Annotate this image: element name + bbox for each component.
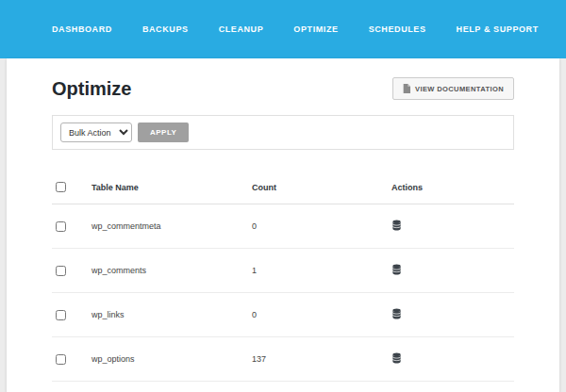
select-all-checkbox[interactable]: [56, 182, 66, 192]
document-icon: [403, 84, 410, 93]
view-documentation-button[interactable]: VIEW DOCUMENTATION: [392, 77, 514, 100]
nav-item-optimize[interactable]: OPTIMIZE: [293, 24, 338, 34]
table-row: wp_commentmeta 0: [52, 204, 514, 249]
table-name-cell: wp_commentmeta: [88, 204, 248, 249]
nav-item-schedules[interactable]: SCHEDULES: [369, 24, 426, 34]
bulk-action-toolbar: Bulk Action APPLY: [52, 115, 514, 150]
view-documentation-label: VIEW DOCUMENTATION: [415, 85, 504, 93]
nav-item-backups[interactable]: BACKUPS: [142, 24, 189, 34]
column-header-table-name: Table Name: [88, 171, 248, 204]
count-cell: 0: [248, 204, 388, 249]
nav-item-cleanup[interactable]: CLEANUP: [219, 24, 264, 34]
table-name-cell: wp_comments: [88, 249, 248, 293]
table-header-row: Table Name Count Actions: [52, 171, 514, 204]
tables-list: Table Name Count Actions wp_commentmeta …: [52, 171, 514, 392]
database-optimize-icon[interactable]: [391, 264, 402, 275]
count-cell: 2: [248, 382, 388, 392]
table-name-cell: wp_options: [88, 337, 248, 382]
table-name-cell: wp_links: [88, 293, 248, 337]
top-nav: DASHBOARD BACKUPS CLEANUP OPTIMIZE SCHED…: [0, 0, 566, 58]
nav-item-help-support[interactable]: HELP & SUPPORT: [457, 24, 539, 34]
page-title: Optimize: [52, 78, 131, 100]
column-header-actions: Actions: [388, 171, 514, 204]
database-optimize-icon[interactable]: [391, 352, 402, 364]
row-checkbox[interactable]: [56, 310, 66, 320]
table-row: wp_postmeta 2: [52, 382, 514, 392]
row-checkbox[interactable]: [56, 354, 66, 365]
row-checkbox[interactable]: [56, 221, 66, 232]
database-optimize-icon[interactable]: [391, 220, 402, 231]
count-cell: 137: [248, 337, 388, 382]
table-row: wp_links 0: [52, 293, 514, 337]
apply-button[interactable]: APPLY: [138, 122, 189, 142]
table-row: wp_comments 1: [52, 249, 514, 293]
table-row: wp_options 137: [52, 337, 514, 382]
table-name-cell: wp_postmeta: [88, 382, 248, 392]
database-optimize-icon[interactable]: [391, 308, 402, 319]
count-cell: 1: [248, 249, 388, 293]
count-cell: 0: [248, 293, 388, 337]
column-header-count: Count: [248, 171, 388, 204]
row-checkbox[interactable]: [56, 266, 66, 276]
bulk-action-select[interactable]: Bulk Action: [60, 122, 132, 142]
page-header: Optimize VIEW DOCUMENTATION: [52, 77, 514, 100]
page-card: Optimize VIEW DOCUMENTATION Bulk Action …: [7, 58, 559, 392]
nav-item-dashboard[interactable]: DASHBOARD: [52, 24, 112, 34]
